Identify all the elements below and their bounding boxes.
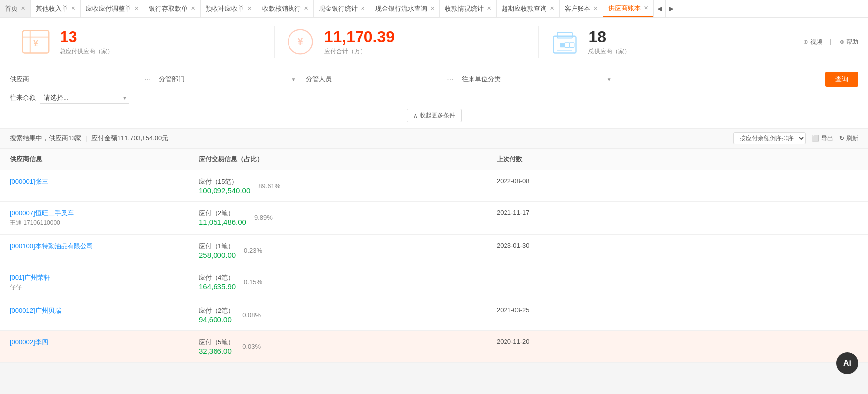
table-row[interactable]: [000002]李四 应付（5笔） 32,366.00 0.03% 2020-1… [0, 331, 868, 363]
supplier-link[interactable]: [000007]恒旺二手叉车 [10, 209, 74, 217]
nav-tab-supplier-account[interactable]: 供应商账本 ✕ [603, 0, 653, 17]
nav-prev-arrow[interactable]: ◀ [653, 0, 665, 17]
nav-tab-cash-stat[interactable]: 现金银行统计 ✕ [314, 0, 370, 17]
filter-category: 往来单位分类 [462, 73, 614, 85]
transaction-amount[interactable]: 94,600.00 [199, 315, 234, 324]
nav-tab-other-income-close[interactable]: ✕ [71, 5, 75, 12]
category-filter-select[interactable] [505, 73, 614, 85]
export-button[interactable]: ⬜ 导出 [812, 134, 833, 143]
balance-filter-select[interactable]: 请选择... [40, 92, 129, 104]
transaction-pct: 0.03% [242, 343, 261, 350]
last-payment-date: 2023-01-30 [497, 242, 858, 249]
svg-rect-7 [557, 32, 572, 38]
collapse-filter-button[interactable]: ∧ 收起更多条件 [407, 109, 462, 122]
video-link[interactable]: ⊙ 视频 [803, 38, 822, 46]
transaction-details: 应付（5笔） 32,366.00 0.03% [199, 338, 497, 355]
supplier-filter-label: 供应商 [10, 75, 29, 84]
nav-tab-overdue-close[interactable]: ✕ [550, 5, 554, 12]
svg-rect-10 [570, 43, 574, 47]
transaction-amount[interactable]: 258,000.00 [199, 251, 236, 259]
help-label: 帮助 [846, 38, 858, 45]
nav-tab-supplier-account-label: 供应商账本 [608, 4, 641, 13]
sort-select[interactable]: 按应付余额倒序排序 [733, 132, 806, 144]
summary-card2-text: 11,170.39 应付合计（万） [324, 28, 395, 56]
nav-tab-cash-stat-close[interactable]: ✕ [361, 5, 365, 12]
video-icon: ⊙ [803, 38, 808, 45]
transaction-details: 应付（4笔） 164,635.90 0.15% [199, 273, 497, 291]
supplier-link[interactable]: [000002]李四 [10, 338, 48, 346]
nav-tab-ar-ap-adjust[interactable]: 应收应付调整单 ✕ [81, 0, 144, 17]
supplier-info-cell: [000007]恒旺二手叉车 王通 17106110000 [10, 209, 199, 227]
summary-total-payable-label: 应付合计（万） [324, 47, 395, 56]
nav-tab-collection-close[interactable]: ✕ [304, 5, 308, 12]
supplier-link[interactable]: [000100]本特勤油品有限公司 [10, 242, 93, 250]
filter-supplier: 供应商 ··· [10, 73, 151, 85]
nav-tab-customer-account-close[interactable]: ✕ [593, 5, 598, 12]
nav-tab-supplier-account-close[interactable]: ✕ [644, 5, 648, 11]
nav-tab-home-label: 首页 [5, 4, 18, 13]
person-filter-dots[interactable]: ··· [447, 75, 453, 84]
transaction-info-cell: 应付（5笔） 32,366.00 0.03% [199, 338, 497, 355]
summary-payable-suppliers-number: 13 [60, 28, 113, 46]
nav-tab-ar-ap-adjust-close[interactable]: ✕ [134, 5, 139, 12]
dept-filter-select[interactable] [189, 73, 298, 85]
transaction-details: 应付（15笔） 100,092,540.00 89.61% [199, 177, 497, 195]
table-row[interactable]: [000012]广州贝瑞 应付（2笔） 94,600.00 0.08% 2021… [0, 299, 868, 331]
supplier-link[interactable]: [001]广州荣轩 [10, 274, 50, 281]
supplier-info-cell: [001]广州荣轩 仔仔 [10, 273, 199, 292]
last-payment-cell: 2020-11-20 [497, 338, 858, 345]
balance-select-wrapper: 请选择... [40, 92, 129, 104]
nav-tab-other-income[interactable]: 其他收入单 ✕ [31, 0, 81, 17]
nav-tab-customer-account[interactable]: 客户账本 ✕ [560, 0, 603, 17]
last-payment-cell: 2023-01-30 [497, 242, 858, 249]
supplier-link[interactable]: [000001]张三 [10, 178, 48, 185]
nav-tab-collection-stat[interactable]: 收款情况统计 ✕ [440, 0, 497, 17]
transaction-amount[interactable]: 164,635.90 [199, 282, 236, 291]
supplier-info-cell: [000001]张三 [10, 177, 199, 186]
nav-tab-prepaid[interactable]: 预收冲应收单 ✕ [201, 0, 257, 17]
last-payment-date: 2021-03-25 [497, 306, 858, 314]
nav-tab-bank-close[interactable]: ✕ [191, 5, 195, 12]
search-button[interactable]: 查询 [825, 72, 858, 87]
table-row[interactable]: [000100]本特勤油品有限公司 应付（1笔） 258,000.00 0.23… [0, 235, 868, 266]
nav-next-arrow[interactable]: ▶ [665, 0, 677, 17]
summary-total-payable-number: 11,170.39 [324, 28, 395, 46]
supplier-filter-dots[interactable]: ··· [145, 75, 151, 84]
transaction-info-cell: 应付（2笔） 94,600.00 0.08% [199, 306, 497, 324]
table-row[interactable]: [001]广州荣轩 仔仔 应付（4笔） 164,635.90 0.15% [0, 266, 868, 299]
nav-tab-home[interactable]: 首页 ✕ [0, 0, 31, 17]
supplier-filter-input[interactable] [33, 73, 143, 85]
nav-tab-cash-flow-close[interactable]: ✕ [430, 5, 434, 12]
ai-label: Ai [843, 359, 851, 363]
svg-rect-8 [560, 43, 565, 47]
nav-tab-overdue-label: 超期应收款查询 [502, 4, 547, 13]
nav-tab-bank[interactable]: 银行存取款单 ✕ [144, 0, 201, 17]
nav-tab-overdue[interactable]: 超期应收款查询 ✕ [497, 0, 560, 17]
nav-tab-cash-flow[interactable]: 现金银行流水查询 ✕ [370, 0, 440, 17]
summary-card-payable-suppliers: ¥ 13 总应付供应商（家） [10, 26, 275, 58]
collapse-filter-label: 收起更多条件 [420, 111, 455, 120]
table-row[interactable]: [000001]张三 应付（15笔） 100,092,540.00 89.61%… [0, 170, 868, 202]
transaction-label: 应付（5笔） [199, 338, 234, 347]
person-filter-input[interactable] [336, 73, 445, 85]
summary-total-suppliers-label: 总供应商（家） [588, 47, 630, 56]
filter-balance: 往来余额 请选择... [10, 92, 129, 104]
transaction-amount[interactable]: 11,051,486.00 [199, 218, 246, 226]
table-row[interactable]: [000007]恒旺二手叉车 王通 17106110000 应付（2笔） 11,… [0, 202, 868, 235]
nav-tab-home-close[interactable]: ✕ [21, 5, 25, 12]
table-section: 供应商信息 应付交易信息（占比） 上次付数 [000001]张三 应付（15笔）… [0, 149, 868, 363]
nav-tab-ar-ap-adjust-label: 应收应付调整单 [86, 4, 131, 13]
transaction-amount[interactable]: 100,092,540.00 [199, 186, 250, 195]
filter-row-1: 供应商 ··· 分管部门 分管人员 ··· 往来单位分类 [10, 72, 858, 87]
transaction-amount[interactable]: 32,366.00 [199, 347, 234, 355]
nav-tab-collection-stat-close[interactable]: ✕ [487, 5, 491, 12]
help-link[interactable]: ⊙ 帮助 [840, 38, 858, 46]
supplier-link[interactable]: [000012]广州贝瑞 [10, 307, 61, 314]
nav-tab-collection[interactable]: 收款核销执行 ✕ [257, 0, 314, 17]
nav-tab-prepaid-close[interactable]: ✕ [247, 5, 252, 12]
transaction-label: 应付（2笔） [199, 306, 234, 315]
last-payment-cell: 2021-11-17 [497, 209, 858, 216]
refresh-button[interactable]: ↻ 刷新 [839, 134, 858, 143]
transaction-details: 应付（2笔） 11,051,486.00 9.89% [199, 209, 497, 226]
dept-select-wrapper [189, 73, 298, 85]
